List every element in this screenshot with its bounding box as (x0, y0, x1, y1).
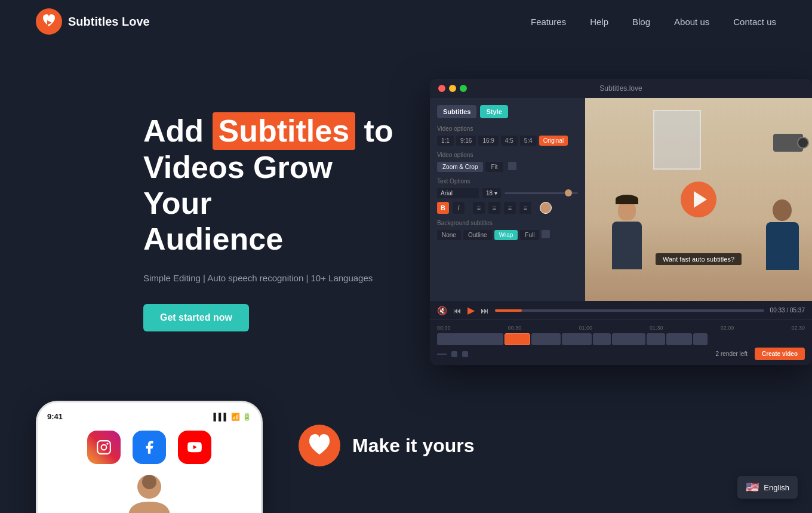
hero-title-prefix: Add (143, 113, 204, 148)
svg-point-7 (142, 475, 156, 489)
font-size-input[interactable]: 18 ▾ (482, 188, 501, 198)
timeline: 00:00 00:30 01:00 01:30 02:00 02:30 (430, 320, 812, 365)
nav-about[interactable]: About us (674, 17, 709, 27)
timeline-block-4 (593, 333, 611, 345)
flag-icon: 🇺🇸 (746, 481, 759, 494)
bold-btn[interactable]: B (437, 202, 449, 214)
align-justify-btn[interactable]: ≡ (519, 202, 531, 214)
tab-subtitles[interactable]: Subtitles (437, 105, 476, 118)
align-center-btn[interactable]: ≡ (488, 202, 500, 214)
logo-text: Subtitles Love (68, 15, 150, 29)
ratio-1-1[interactable]: 1:1 (437, 136, 454, 146)
fit-btn[interactable]: Fit (485, 162, 503, 172)
text-color-picker[interactable] (540, 202, 552, 214)
zoom-toggle (508, 162, 516, 170)
instagram-icon[interactable] (87, 431, 121, 464)
ratio-16-9[interactable]: 16:9 (478, 136, 498, 146)
align-left-btn[interactable]: ≡ (473, 202, 485, 214)
bg-toggle (542, 230, 550, 238)
brand-bottom-text: Make it yours (352, 435, 475, 457)
phone-status-icons: ▌▌▌ 📶 🔋 (213, 413, 251, 421)
bg-none-btn[interactable]: None (437, 230, 461, 240)
hero-section: Add Subtitles toVideos Grow YourAudience… (0, 43, 812, 389)
youtube-icon[interactable] (178, 431, 211, 464)
ratio-5-4[interactable]: 5:4 (520, 136, 537, 146)
create-video-button[interactable]: Create video (755, 348, 805, 360)
play-button[interactable] (681, 182, 716, 217)
format-row: B I ≡ ≡ ≡ ≡ (437, 202, 578, 214)
timeline-block-6 (647, 333, 665, 345)
timeline-block-1 (437, 333, 503, 345)
ratio-9-16[interactable]: 9:16 (456, 136, 476, 146)
logo[interactable]: Subtitles Love (36, 8, 150, 35)
tab-style[interactable]: Style (480, 105, 508, 118)
nav-contact[interactable]: Contact us (733, 17, 776, 27)
timeline-tool-3 (462, 351, 468, 357)
ratio-row: 1:1 9:16 16:9 4:5 5:4 Original (437, 136, 578, 146)
video-scene: Want fast auto subtitles? (585, 98, 812, 301)
person-avatar (125, 469, 173, 513)
video-options-label2: Video options (437, 152, 578, 158)
hero-subtitle: Simple Editing | Auto speech recognition… (143, 272, 394, 285)
italic-btn[interactable]: I (453, 202, 465, 214)
camera-lens (797, 137, 809, 149)
zoom-options-group: Video options Zoom & Crop Fit (437, 152, 578, 172)
phone-status-bar: 9:41 ▌▌▌ 📶 🔋 (47, 412, 251, 421)
volume-icon[interactable]: 🔇 (437, 306, 447, 315)
get-started-button[interactable]: Get started now (143, 304, 249, 331)
nav-features[interactable]: Features (531, 17, 566, 27)
timeline-tool-2 (451, 351, 457, 357)
nav-blog[interactable]: Blog (632, 17, 650, 27)
facebook-icon[interactable] (133, 431, 166, 464)
bg-outline-btn[interactable]: Outline (463, 230, 492, 240)
person2 (758, 199, 806, 283)
text-options-group: Text Options Arial 18 ▾ (437, 178, 578, 214)
zoom-row: Zoom & Crop Fit (437, 162, 578, 172)
timeline-actions: 2 render left Create video (716, 348, 805, 360)
camera (773, 134, 803, 152)
window-title: Subtitles.love (599, 84, 642, 93)
person1 (603, 199, 651, 283)
bg-full-btn[interactable]: Full (520, 230, 539, 240)
font-select[interactable]: Arial (437, 188, 479, 198)
align-right-btn[interactable]: ≡ (504, 202, 516, 214)
timeline-tracks (437, 333, 805, 345)
dot-yellow (449, 85, 456, 92)
play-pause-icon[interactable]: ▶ (467, 305, 475, 316)
timeline-tool-1 (437, 354, 447, 355)
person2-body (766, 222, 799, 270)
language-badge[interactable]: 🇺🇸 English (737, 476, 798, 499)
battery-icon: 🔋 (242, 413, 251, 421)
timeline-block-7 (666, 333, 692, 345)
bg-subtitle-row: None Outline Wrap Full (437, 230, 578, 240)
zoom-crop-btn[interactable]: Zoom & Crop (437, 162, 483, 172)
video-options-label: Video options (437, 125, 578, 132)
app-sidebar: Subtitles Style Video options 1:1 9:16 1… (430, 98, 585, 301)
bg-subtitle-label: Background subtitles (437, 220, 578, 226)
svg-point-3 (102, 445, 107, 450)
time-display: 00:33 / 05:37 (770, 307, 805, 314)
app-screenshot: Subtitles.love Subtitles Style Vid (430, 79, 812, 365)
person1-body (612, 222, 642, 269)
video-controls: 🔇 ⏮ ▶ ⏭ 00:33 / 05:37 (430, 301, 812, 320)
navbar: Subtitles Love Features Help Blog About … (0, 0, 812, 43)
sidebar-tabs: Subtitles Style (437, 105, 578, 118)
signal-icon: ▌▌▌ (213, 413, 229, 421)
progress-bar-fill (495, 309, 522, 312)
phone-time: 9:41 (47, 412, 63, 421)
skip-forward-icon[interactable]: ⏭ (481, 306, 489, 315)
ratio-original[interactable]: Original (539, 136, 568, 146)
lower-section: 9:41 ▌▌▌ 📶 🔋 (0, 389, 812, 513)
progress-bar[interactable] (495, 309, 764, 312)
font-slider[interactable] (505, 192, 578, 194)
bottom-right-card: Make it yours (299, 425, 776, 466)
skip-back-icon[interactable]: ⏮ (453, 306, 462, 315)
timeline-block-active (505, 333, 530, 345)
ratio-4-5[interactable]: 4:5 (501, 136, 518, 146)
bg-subtitle-group: Background subtitles None Outline Wrap F… (437, 220, 578, 240)
nav-help[interactable]: Help (590, 17, 608, 27)
hero-left: Add Subtitles toVideos Grow YourAudience… (143, 112, 394, 332)
bg-wrap-btn[interactable]: Wrap (494, 230, 518, 240)
window-chrome: Subtitles.love (430, 79, 812, 98)
app-body: Subtitles Style Video options 1:1 9:16 1… (430, 98, 812, 301)
